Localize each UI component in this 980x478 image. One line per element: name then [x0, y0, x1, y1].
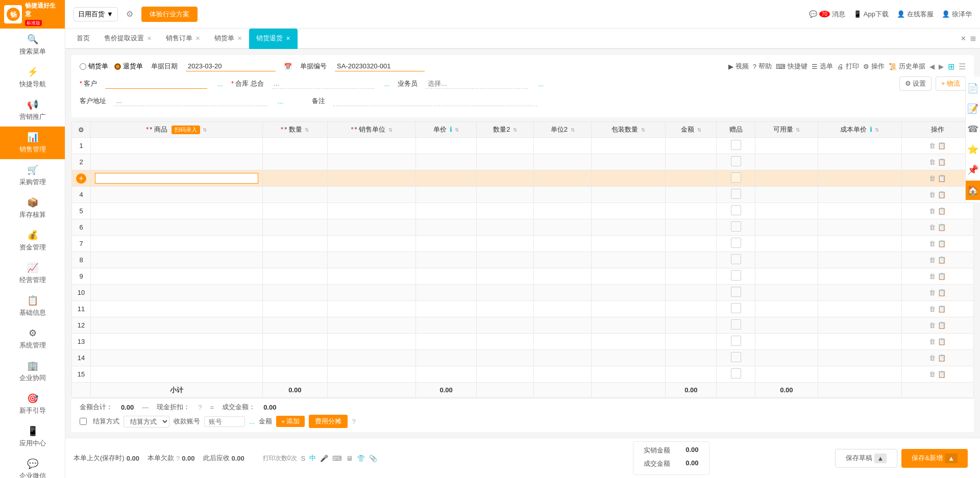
radio-sales-receipt[interactable]: 销货单 [80, 62, 108, 71]
help-button[interactable]: ? 帮助 [753, 62, 772, 71]
delete-row-button[interactable]: 🗑 [929, 223, 936, 231]
sidebar-item-sales[interactable]: 📊 销售管理 [0, 127, 65, 159]
sidebar-item-basic[interactable]: 📋 基础信息 [0, 290, 65, 322]
gift-cell[interactable] [717, 138, 755, 154]
tab-sales-order[interactable]: 销售订单 ✕ [159, 29, 207, 49]
topbar-settings-button[interactable]: ⚙ [126, 9, 133, 19]
logistics-button[interactable]: + 物流 [936, 77, 966, 91]
right-panel-phone[interactable]: ☎ [966, 119, 980, 139]
close-tab-icon[interactable]: ✕ [961, 35, 966, 42]
copy-row-button[interactable]: 📋 [938, 305, 946, 313]
toolbar-icon-4[interactable]: ⌨ [332, 455, 342, 462]
col-settings[interactable]: ⚙ [72, 122, 91, 138]
payment-method-select[interactable]: 结算方式 [124, 416, 169, 427]
experience-plan-button[interactable]: 体验行业方案 [141, 7, 198, 22]
unit-price-cell[interactable] [416, 138, 476, 154]
expense-help-icon[interactable]: ? [352, 418, 355, 425]
tab-price-extract-close[interactable]: ✕ [147, 35, 152, 42]
online-service-button[interactable]: 👤 在线客服 [897, 10, 934, 19]
delete-row-button[interactable]: 🗑 [929, 142, 936, 149]
copy-row-button[interactable]: 📋 [938, 158, 946, 166]
toolbar-icon-3[interactable]: 🎤 [320, 455, 328, 462]
save-draft-chevron[interactable]: ▲ [874, 454, 887, 463]
tab-price-extract[interactable]: 售价提取设置 ✕ [97, 29, 159, 49]
account-dots[interactable]: ... [249, 418, 255, 425]
copy-row-button[interactable]: 📋 [938, 338, 946, 345]
nav-next-icon[interactable]: ▶ [939, 63, 944, 70]
delete-row-button[interactable]: 🗑 [929, 338, 936, 345]
sidebar-item-search[interactable]: 🔍 搜索菜单 [0, 29, 65, 61]
gift-checkbox[interactable] [731, 303, 741, 313]
sidebar-item-guide[interactable]: 🎯 新手引导 [0, 388, 65, 420]
copy-row-button[interactable]: 📋 [938, 321, 946, 329]
sidebar-item-enterprise[interactable]: 🏢 企业协同 [0, 355, 65, 388]
copy-row-button[interactable]: 📋 [938, 370, 946, 378]
date-input[interactable] [186, 61, 276, 71]
cost-price-cell[interactable] [818, 138, 901, 154]
tab-sales-order-close[interactable]: ✕ [195, 35, 200, 42]
delete-row-button[interactable]: 🗑 [929, 191, 936, 198]
sidebar-item-appstore[interactable]: 📱 应用中心 [0, 420, 65, 453]
grid-view-icon[interactable]: ⊞ [948, 62, 954, 71]
delete-row-button[interactable]: 🗑 [929, 370, 936, 378]
address-input[interactable] [114, 96, 267, 106]
copy-row-button[interactable]: 📋 [938, 207, 946, 215]
unit-price-info-icon[interactable]: ℹ [450, 125, 452, 133]
gift-checkbox[interactable] [731, 238, 741, 248]
gift-checkbox[interactable] [731, 205, 741, 215]
right-panel-pin[interactable]: 📌 [966, 160, 980, 180]
toolbar-icon-5[interactable]: 🖥 [346, 455, 353, 462]
warehouse-dots[interactable]: ... [384, 80, 390, 88]
delete-row-button[interactable]: 🗑 [929, 240, 936, 247]
delete-row-button[interactable]: 🗑 [929, 174, 936, 182]
save-new-button[interactable]: 保存&新增 ▲ [901, 449, 968, 468]
remark-input[interactable] [333, 96, 537, 106]
sidebar-item-wechat[interactable]: 💬 企业微信 [0, 453, 65, 478]
tab-sales-receipt-close[interactable]: ✕ [237, 35, 242, 42]
product-input[interactable] [95, 173, 258, 184]
gift-checkbox[interactable] [731, 189, 741, 199]
cash-discount-info[interactable]: ? [198, 404, 202, 411]
gift-checkbox[interactable] [731, 368, 741, 379]
toolbar-icon-1[interactable]: S [301, 455, 306, 462]
add-fee-button[interactable]: + 添加 [276, 416, 305, 427]
account-input[interactable] [204, 416, 245, 427]
customer-input[interactable] [105, 79, 207, 89]
select-button[interactable]: ☰ 选单 [812, 62, 833, 71]
user-profile-button[interactable]: 👤 徐泽华 [942, 10, 972, 19]
nav-select[interactable]: 日用百货 ▼ [74, 7, 118, 21]
save-draft-button[interactable]: 保存草稿 ▲ [835, 449, 898, 468]
copy-row-button[interactable]: 📋 [938, 289, 946, 296]
video-button[interactable]: ▶ 视频 [728, 62, 749, 71]
notification-button[interactable]: 💬 70 消息 [809, 10, 845, 19]
copy-row-button[interactable]: 📋 [938, 272, 946, 280]
delete-row-button[interactable]: 🗑 [929, 305, 936, 313]
tab-home[interactable]: 首页 [69, 29, 97, 49]
unit-cell[interactable] [328, 138, 416, 154]
warehouse-input[interactable] [272, 79, 374, 89]
sidebar-item-shortcut[interactable]: ⚡ 快捷导航 [0, 61, 65, 94]
toolbar-icon-6[interactable]: 👕 [357, 455, 365, 462]
quantity-cell[interactable] [262, 138, 328, 154]
shortcut-key-button[interactable]: ⌨ 快捷键 [776, 62, 807, 71]
gift-checkbox[interactable] [731, 156, 741, 166]
expand-icon[interactable]: ⊞ [970, 35, 976, 42]
delete-row-button[interactable]: 🗑 [929, 207, 936, 215]
gift-checkbox[interactable] [731, 140, 741, 150]
sidebar-item-finance[interactable]: 💰 资金管理 [0, 224, 65, 257]
app-download-button[interactable]: 📱 App下载 [853, 10, 889, 19]
quantity2-cell[interactable] [476, 138, 534, 154]
cost-price-info-icon[interactable]: ℹ [870, 125, 872, 133]
available-cell[interactable] [755, 138, 818, 154]
operation-button[interactable]: ⚙ 操作 [863, 62, 885, 71]
toolbar-icon-2[interactable]: 中 [309, 454, 316, 463]
one-click-payment-checkbox[interactable] [80, 418, 87, 425]
gift-checkbox[interactable] [731, 254, 741, 264]
gift-checkbox[interactable] [731, 336, 741, 346]
sidebar-item-operation[interactable]: 📈 经营管理 [0, 257, 65, 290]
total-owe-help[interactable]: ? [176, 455, 180, 462]
delete-row-button[interactable]: 🗑 [929, 256, 936, 264]
gift-checkbox[interactable] [731, 319, 741, 330]
tab-sales-return[interactable]: 销货退货 ✕ [249, 29, 298, 49]
delete-row-button[interactable]: 🗑 [929, 289, 936, 296]
